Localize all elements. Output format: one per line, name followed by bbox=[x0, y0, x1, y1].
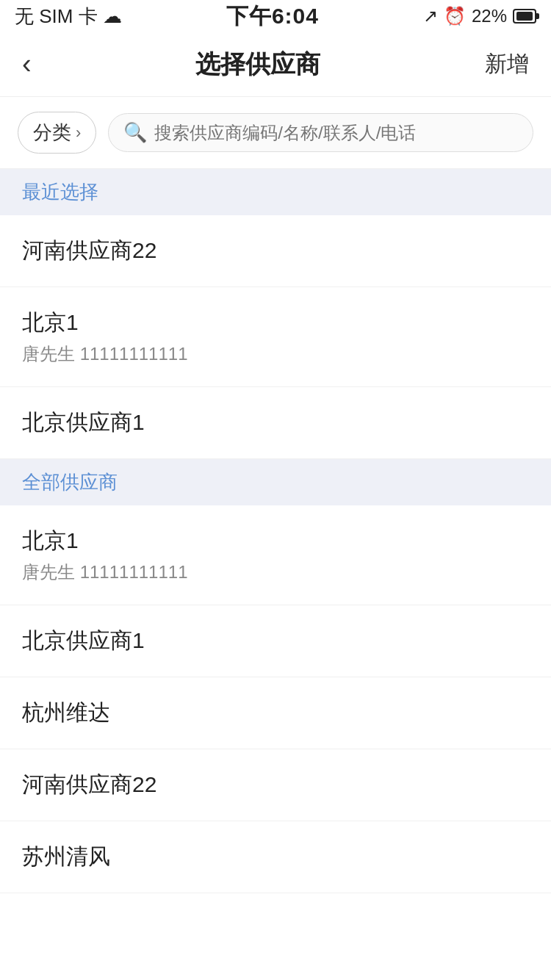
list-item[interactable]: 河南供应商22 bbox=[0, 215, 551, 287]
all-list: 北京1 唐先生 11111111111 北京供应商1杭州维达河南供应商22苏州清… bbox=[0, 505, 551, 893]
category-button[interactable]: 分类 › bbox=[18, 112, 96, 154]
search-box: 🔍 bbox=[108, 113, 533, 152]
back-button[interactable]: ‹ bbox=[15, 41, 39, 87]
list-item[interactable]: 杭州维达 bbox=[0, 677, 551, 749]
nav-bar: ‹ 选择供应商 新增 bbox=[0, 32, 551, 97]
filter-bar: 分类 › 🔍 bbox=[0, 97, 551, 169]
status-bar: 无 SIM 卡 ☁ 下午6:04 ↗ ⏰ 22% bbox=[0, 0, 551, 32]
item-sub: 唐先生 11111111111 bbox=[22, 342, 529, 366]
list-item[interactable]: 北京1 唐先生 11111111111 bbox=[0, 287, 551, 387]
list-item[interactable]: 苏州清风 bbox=[0, 821, 551, 893]
status-left: 无 SIM 卡 ☁ bbox=[15, 4, 122, 29]
battery-icon bbox=[513, 9, 536, 24]
all-section-header: 全部供应商 bbox=[0, 459, 551, 505]
location-icon: ↗ bbox=[423, 6, 438, 26]
search-icon: 🔍 bbox=[123, 121, 147, 144]
list-item[interactable]: 北京1 唐先生 11111111111 bbox=[0, 505, 551, 605]
item-name: 北京供应商1 bbox=[22, 408, 529, 438]
status-time: 下午6:04 bbox=[226, 1, 319, 32]
item-name: 苏州清风 bbox=[22, 842, 529, 872]
add-button[interactable]: 新增 bbox=[485, 49, 529, 79]
list-item[interactable]: 河南供应商22 bbox=[0, 749, 551, 821]
list-item[interactable]: 北京供应商1 bbox=[0, 387, 551, 459]
battery-percent: 22% bbox=[472, 6, 507, 26]
item-name: 河南供应商22 bbox=[22, 236, 529, 266]
recent-section-header: 最近选择 bbox=[0, 169, 551, 215]
status-right: ↗ ⏰ 22% bbox=[423, 6, 536, 26]
recent-list: 河南供应商22 北京1 唐先生 11111111111 北京供应商1 bbox=[0, 215, 551, 459]
item-name: 北京1 bbox=[22, 308, 529, 338]
item-name: 杭州维达 bbox=[22, 698, 529, 728]
chevron-right-icon: › bbox=[76, 123, 81, 143]
page-title: 选择供应商 bbox=[195, 48, 320, 82]
category-label: 分类 bbox=[33, 120, 71, 145]
item-name: 北京1 bbox=[22, 526, 529, 556]
item-name: 北京供应商1 bbox=[22, 626, 529, 656]
no-sim-label: 无 SIM 卡 ☁ bbox=[15, 4, 122, 29]
list-item[interactable]: 北京供应商1 bbox=[0, 605, 551, 677]
item-sub: 唐先生 11111111111 bbox=[22, 561, 529, 584]
alarm-icon: ⏰ bbox=[444, 6, 466, 26]
item-name: 河南供应商22 bbox=[22, 770, 529, 800]
search-input[interactable] bbox=[154, 123, 518, 143]
